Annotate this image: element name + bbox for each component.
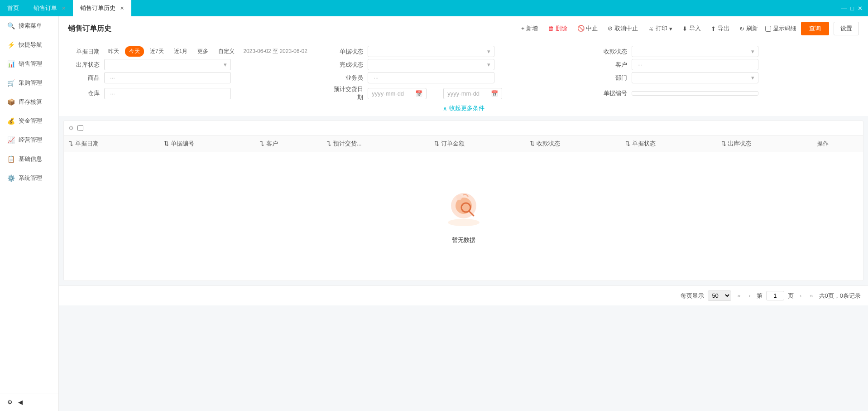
col-amount-sort-icon[interactable]: ⇅ (434, 140, 439, 147)
import-button[interactable]: ⬇ 导入 (680, 23, 704, 34)
collapse-button[interactable]: ∧ 收起更多条件 (443, 104, 484, 112)
col-status-sort-icon[interactable]: ⇅ (625, 140, 630, 147)
date-pill-last-month[interactable]: 近1月 (170, 46, 192, 57)
customer-dots-icon[interactable]: ··· (636, 61, 644, 68)
col-no-sort-icon[interactable]: ⇅ (164, 140, 169, 147)
setting-button[interactable]: 设置 (834, 22, 859, 35)
next-page-button[interactable]: › (797, 291, 804, 300)
payment-status-select[interactable]: ▾ (632, 46, 758, 57)
refresh-icon: ↻ (739, 25, 744, 32)
col-delivery-sort-icon[interactable]: ⇅ (326, 140, 331, 147)
order-no-input[interactable] (632, 91, 758, 96)
sidebar-settings-icon[interactable]: ⚙ (7, 399, 13, 406)
window-minimize-icon[interactable]: — (841, 5, 847, 12)
salesperson-select[interactable]: ··· (368, 72, 494, 83)
date-filter-label: 单据日期 (68, 48, 104, 56)
sidebar-item-ops[interactable]: 📈 经营管理 (0, 131, 58, 150)
query-button[interactable]: 查询 (801, 22, 829, 35)
cancel-stop-button[interactable]: ⊘ 取消中止 (605, 23, 641, 34)
date-pill-last7[interactable]: 近7天 (146, 46, 168, 57)
sidebar-item-finance[interactable]: 💰 资金管理 (0, 111, 58, 131)
date-pill-yesterday[interactable]: 昨天 (104, 46, 123, 57)
sidebar-item-base-info[interactable]: 📋 基础信息 (0, 150, 58, 169)
last-page-button[interactable]: » (807, 291, 815, 300)
department-select[interactable]: ▾ (632, 72, 758, 83)
out-status-arrow-icon: ▾ (224, 61, 227, 68)
filter-row-1: 单据日期 昨天 今天 近7天 近1月 更多 自定义 2023-06-02 至 2… (59, 41, 868, 57)
order-status-select[interactable]: ▾ (368, 46, 494, 57)
sidebar-collapse-icon[interactable]: ◀ (18, 399, 23, 406)
col-payment: ⇅ 收款状态 (525, 135, 621, 152)
stop-button[interactable]: 🚫 中止 (575, 23, 601, 34)
sidebar-item-quick-nav[interactable]: ⚡ 快捷导航 (0, 35, 58, 54)
window-close-icon[interactable]: ✕ (858, 5, 863, 12)
goods-dots-icon[interactable]: ··· (108, 74, 117, 81)
delivery-date-end-input[interactable]: yyyy-mm-dd 📅 (443, 88, 502, 99)
calendar-start-icon[interactable]: 📅 (415, 90, 422, 97)
export-label: 导出 (718, 24, 729, 33)
calendar-end-icon[interactable]: 📅 (491, 90, 498, 97)
date-pill-more[interactable]: 更多 (193, 46, 212, 57)
prev-page-button[interactable]: ‹ (747, 291, 753, 300)
department-arrow-icon: ▾ (751, 74, 754, 81)
col-customer-text: 客户 (266, 140, 278, 147)
new-button[interactable]: + 新增 (518, 23, 541, 34)
delivery-date-start-input[interactable]: yyyy-mm-dd 📅 (368, 88, 427, 99)
salesperson-filter-label: 业务员 (331, 74, 368, 82)
sidebar-item-sales-mgmt[interactable]: 📊 销售管理 (0, 54, 58, 73)
col-delivery-text: 预计交货... (333, 140, 362, 147)
pagination: 每页显示 20 50 100 « ‹ 第 页 › » 共0页，0条记录 (59, 285, 868, 305)
page-label: 第 (757, 292, 762, 300)
complete-status-filter-label: 完成状态 (331, 61, 368, 69)
date-pill-today[interactable]: 今天 (125, 46, 144, 57)
col-customer-sort-icon[interactable]: ⇅ (259, 140, 264, 147)
sidebar-item-inventory-label: 库存核算 (19, 98, 42, 106)
warehouse-select[interactable]: ··· (104, 88, 231, 99)
page-number-input[interactable] (766, 291, 784, 300)
filter-section: 单据日期 昨天 今天 近7天 近1月 更多 自定义 2023-06-02 至 2… (59, 41, 868, 116)
collapse-up-icon: ∧ (443, 105, 447, 112)
complete-status-select[interactable]: ▾ (368, 59, 494, 70)
salesperson-dots-icon[interactable]: ··· (372, 74, 380, 81)
date-pill-custom[interactable]: 自定义 (214, 46, 239, 57)
page-size-select[interactable]: 20 50 100 (708, 290, 731, 301)
date-separator: — (429, 90, 441, 97)
tab-sales-order[interactable]: 销售订单 ✕ (26, 0, 73, 16)
refresh-button[interactable]: ↻ 刷新 (737, 23, 761, 34)
filter-row-3-wrap: 商品 ··· 业务员 ··· (59, 70, 868, 83)
date-filter-control: 昨天 今天 近7天 近1月 更多 自定义 2023-06-02 至 2023-0… (104, 46, 331, 57)
delete-button[interactable]: 🗑 删除 (545, 23, 570, 34)
display-checkbox[interactable] (765, 26, 771, 32)
order-no-filter-label: 单据编号 (595, 89, 632, 97)
warehouse-dots-icon[interactable]: ··· (108, 90, 117, 97)
table-settings-icon[interactable]: ⚙ (68, 125, 74, 131)
sidebar-item-inventory[interactable]: 📦 库存核算 (0, 92, 58, 111)
sidebar-item-search-menu[interactable]: 🔍 搜索菜单 (0, 16, 58, 35)
tab-sales-order-close[interactable]: ✕ (62, 5, 66, 11)
sidebar-item-purchase-mgmt[interactable]: 🛒 采购管理 (0, 73, 58, 92)
col-customer: ⇅ 客户 (255, 135, 322, 152)
table-header-row: ⇅ 单据日期 ⇅ 单据编号 ⇅ 客户 (64, 135, 863, 152)
export-button[interactable]: ⬆ 导出 (708, 23, 732, 34)
goods-select[interactable]: ··· (104, 72, 231, 83)
col-action-text: 操作 (817, 140, 829, 147)
main-content: 销售订单历史 + 新增 🗑 删除 🚫 中止 ⊘ 取消中止 🖨 打印 ▾ ⬇ 导入 (59, 16, 868, 411)
tab-sales-history[interactable]: 销售订单历史 ✕ (73, 0, 131, 16)
sidebar-item-sys-mgmt[interactable]: ⚙️ 系统管理 (0, 169, 58, 188)
window-maximize-icon[interactable]: □ (850, 5, 854, 12)
col-payment-sort-icon[interactable]: ⇅ (530, 140, 535, 147)
empty-state: 暂无数据 (64, 152, 863, 280)
sys-mgmt-icon: ⚙️ (7, 174, 15, 182)
col-out-sort-icon[interactable]: ⇅ (721, 140, 726, 147)
display-checkbox-label[interactable]: 显示码细 (765, 24, 796, 33)
out-status-select[interactable]: ▾ (104, 59, 231, 70)
tab-sales-history-close[interactable]: ✕ (120, 5, 124, 11)
select-all-checkbox[interactable] (77, 125, 83, 131)
print-button[interactable]: 🖨 打印 ▾ (645, 23, 675, 34)
first-page-button[interactable]: « (735, 291, 743, 300)
out-status-filter-label: 出库状态 (68, 61, 104, 69)
customer-control: ··· (632, 59, 859, 70)
customer-select[interactable]: ··· (632, 59, 758, 70)
print-arrow-icon: ▾ (669, 25, 672, 32)
tab-home[interactable]: 首页 (0, 0, 26, 16)
